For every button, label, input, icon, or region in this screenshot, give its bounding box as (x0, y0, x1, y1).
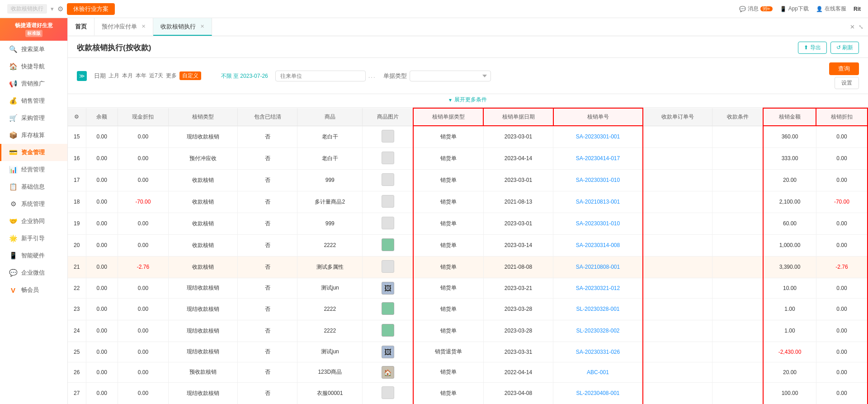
gear-icon[interactable]: ⚙ (57, 5, 63, 13)
query-button[interactable]: 查询 (829, 62, 859, 75)
order-type-select[interactable] (410, 71, 491, 81)
sidebar-item-search[interactable]: 🔍 搜索菜单 (0, 41, 67, 58)
cell-collection-order-no (643, 126, 712, 147)
cell-verify-bill-no[interactable]: SA-20230321-012 (553, 278, 643, 298)
app-download-link[interactable]: 📱 App下载 (780, 5, 809, 13)
filter-expand-button[interactable]: ≫ (77, 71, 87, 81)
system-icon: ⚙ (9, 200, 18, 208)
date-opt-this-month[interactable]: 本月 (122, 72, 133, 80)
online-service-label: 在线客服 (825, 5, 846, 13)
sidebar-item-system[interactable]: ⚙ 系统管理 (0, 195, 67, 213)
cell-verify-bill-no[interactable]: SL-20230408-001 (553, 382, 643, 404)
cell-goods: 老白干 (297, 147, 363, 169)
notification-area[interactable]: 💬 消息 99+ (739, 5, 773, 13)
tab-home-label: 首页 (75, 23, 87, 31)
cell-verify-bill-no[interactable]: SA-20210813-001 (553, 191, 643, 213)
sidebar-item-quick-nav[interactable]: 🏠 快捷导航 (0, 58, 67, 75)
refresh-button[interactable]: ↺ 刷新 (830, 42, 859, 54)
cell-verify-discount: 0.00 (816, 320, 868, 342)
cell-id: 17 (68, 169, 86, 191)
cell-id: 19 (68, 213, 86, 234)
table-row: 15 0.00 0.00 现结收款核销 否 老白干 销货单 2023-03-01… (68, 126, 868, 147)
sidebar-item-enterprise[interactable]: 🤝 企业协同 (0, 213, 67, 230)
cell-collection-order-no (643, 191, 712, 213)
cell-verify-amount: 1,000.00 (763, 234, 816, 256)
cell-verify-bill-type: 销货单 (413, 362, 483, 382)
cell-verify-bill-no[interactable]: SA-20210808-001 (553, 256, 643, 278)
cell-verify-bill-no[interactable]: SA-20230414-017 (553, 147, 643, 169)
col-header-setting[interactable]: ⚙ (68, 108, 86, 126)
date-opt-7days[interactable]: 近7天 (149, 72, 163, 80)
cell-verify-bill-no[interactable]: SL-20230328-002 (553, 320, 643, 342)
cell-collection-condition (712, 169, 763, 191)
basic-info-icon: 📋 (9, 183, 18, 191)
tab-collection-close[interactable]: ✕ (200, 24, 204, 29)
cell-verify-bill-no[interactable]: SA-20230331-026 (553, 342, 643, 362)
sidebar-item-finance[interactable]: 💳 资金管理 (0, 144, 67, 161)
sidebar-item-inventory[interactable]: 📦 库存核算 (0, 127, 67, 144)
cell-verify-amount: 60.00 (763, 213, 816, 234)
sidebar-item-guide[interactable]: 🌟 新手引导 (0, 230, 67, 247)
cell-verify-bill-no[interactable]: SA-20230314-008 (553, 234, 643, 256)
col-header-balance: 余额 (86, 108, 118, 126)
cell-verify-discount: 0.00 (816, 169, 868, 191)
cell-goods: 衣服00001 (297, 382, 363, 404)
tab-home[interactable]: 首页 (68, 18, 94, 36)
sidebar-item-smart-hw[interactable]: 📱 智能硬件 (0, 247, 67, 264)
cell-balance: 0.00 (86, 213, 118, 234)
date-opt-last-month[interactable]: 上月 (108, 72, 119, 80)
sidebar: 畅捷通谱好生意 标准版 🔍 搜索菜单 🏠 快捷导航 📢 营销推广 💰 销售管理 … (0, 18, 68, 404)
expand-more-bar[interactable]: ▾ 展开更多条件 (68, 94, 868, 108)
cell-verify-bill-no[interactable]: SA-20230301-001 (553, 126, 643, 147)
cell-verify-amount: 333.00 (763, 147, 816, 169)
smart-hw-icon: 📱 (9, 252, 18, 260)
cell-verify-bill-no[interactable]: ABC-001 (553, 362, 643, 382)
cell-id: 24 (68, 320, 86, 342)
cell-verify-bill-date: 2023-03-14 (483, 234, 553, 256)
guide-icon: 🌟 (9, 234, 18, 242)
cell-verify-bill-type: 销货单 (413, 382, 483, 404)
date-opt-more[interactable]: 更多 (166, 72, 177, 80)
sidebar-item-basic-info[interactable]: 📋 基础信息 (0, 178, 67, 195)
tab-restore-icon[interactable]: ⤡ (859, 24, 863, 30)
dropdown-arrow[interactable]: ▾ (51, 5, 54, 12)
cell-verify-amount: 100.00 (763, 382, 816, 404)
cell-collection-condition (712, 342, 763, 362)
cell-goods: 多计量商品2 (297, 191, 363, 213)
date-opt-this-year[interactable]: 本年 (136, 72, 146, 80)
online-service-link[interactable]: 👤 在线客服 (816, 5, 846, 13)
sidebar-item-member[interactable]: V 畅会员 (0, 281, 67, 299)
industry-plan-button[interactable]: 休验行业方案 (67, 3, 115, 15)
sidebar-item-operations[interactable]: 📊 经营管理 (0, 161, 67, 178)
cell-collection-condition (712, 298, 763, 320)
sidebar-item-marketing[interactable]: 📢 营销推广 (0, 75, 67, 92)
sidebar-item-sales[interactable]: 💰 销售管理 (0, 92, 67, 109)
main-layout: 畅捷通谱好生意 标准版 🔍 搜索菜单 🏠 快捷导航 📢 营销推广 💰 销售管理 … (0, 18, 868, 404)
tab-close-all-icon[interactable]: ✕ (850, 24, 855, 30)
tab-prepay[interactable]: 预付冲应付单 ✕ (94, 18, 153, 36)
cell-verify-bill-date: 2021-08-13 (483, 191, 553, 213)
sidebar-label-smart-hw: 智能硬件 (21, 252, 45, 260)
from-unit-input[interactable] (275, 71, 366, 81)
cell-goods: 2222 (297, 320, 363, 342)
cell-verify-bill-no[interactable]: SA-20230301-010 (553, 213, 643, 234)
sidebar-item-purchase[interactable]: 🛒 采购管理 (0, 109, 67, 127)
cell-verify-bill-date: 2023-03-01 (483, 126, 553, 147)
sidebar-label-search: 搜索菜单 (21, 45, 45, 53)
sidebar-item-wechat[interactable]: 💬 企业微信 (0, 264, 67, 281)
cell-verify-bill-no[interactable]: SA-20230301-010 (553, 169, 643, 191)
settings-button[interactable]: 设置 (835, 77, 859, 89)
sidebar-label-quick-nav: 快捷导航 (21, 62, 45, 71)
cell-verify-bill-no[interactable]: SL-20230328-001 (553, 298, 643, 320)
cell-verify-amount: 20.00 (763, 362, 816, 382)
date-custom-badge[interactable]: 自定义 (179, 71, 201, 80)
tab-prepay-close[interactable]: ✕ (142, 24, 146, 29)
cell-goods: 999 (297, 169, 363, 191)
cell-verify-amount: 2,100.00 (763, 191, 816, 213)
cell-goods-img (363, 169, 414, 191)
table-row: 26 0.00 0.00 预收款核销 否 123D商品 🏠 销货单 2022-0… (68, 362, 868, 382)
tab-collection[interactable]: 收款核销执行 ✕ (153, 18, 212, 36)
export-button[interactable]: ⬆ 导出 (798, 42, 826, 54)
sidebar-label-member: 畅会员 (21, 286, 39, 294)
sidebar-label-guide: 新手引导 (21, 234, 45, 242)
